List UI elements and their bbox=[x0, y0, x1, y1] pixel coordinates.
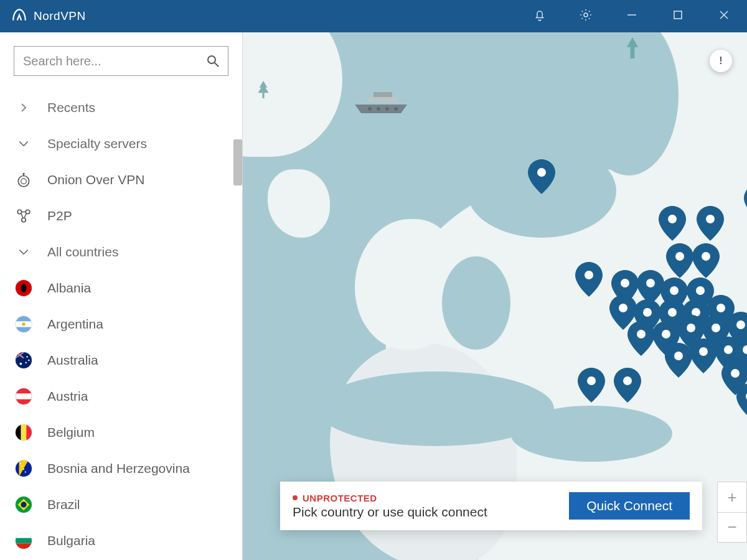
window-maximize-button[interactable] bbox=[655, 0, 701, 32]
svg-point-71 bbox=[699, 347, 708, 356]
flag-icon-br bbox=[15, 496, 32, 513]
svg-point-43 bbox=[394, 107, 398, 111]
svg-point-46 bbox=[706, 215, 715, 223]
app-title: NordVPN bbox=[34, 9, 86, 23]
map-info-button[interactable]: ! bbox=[710, 50, 732, 72]
svg-rect-23 bbox=[16, 393, 32, 399]
bell-icon bbox=[533, 8, 547, 24]
section-all-countries[interactable]: All countries bbox=[0, 234, 242, 270]
country-item-australia[interactable]: Australia bbox=[0, 342, 242, 378]
svg-point-19 bbox=[28, 360, 29, 361]
map-pin[interactable] bbox=[692, 243, 720, 278]
search-icon bbox=[205, 54, 220, 68]
svg-point-55 bbox=[670, 286, 679, 295]
svg-point-28 bbox=[19, 463, 21, 464]
p2p-icon bbox=[15, 207, 32, 225]
nordvpn-logo-icon bbox=[11, 7, 27, 26]
map-pin[interactable] bbox=[528, 159, 555, 194]
svg-point-29 bbox=[21, 465, 22, 467]
svg-point-40 bbox=[368, 107, 372, 111]
country-item-bulgaria[interactable]: Bulgaria bbox=[0, 523, 242, 559]
country-item-belgium[interactable]: Belgium bbox=[0, 414, 242, 450]
section-specialty[interactable]: Specialty servers bbox=[0, 126, 242, 162]
map-pin[interactable] bbox=[614, 368, 641, 403]
search-box[interactable] bbox=[14, 46, 228, 76]
country-item-argentina[interactable]: Argentina bbox=[0, 306, 242, 342]
tree-icon bbox=[256, 81, 270, 100]
app-logo-group: NordVPN bbox=[11, 7, 86, 26]
country-item-bosnia[interactable]: Bosnia and Herzegovina bbox=[0, 450, 242, 487]
status-subtext: Pick country or use quick connect bbox=[293, 505, 557, 520]
map-pin[interactable] bbox=[736, 383, 747, 418]
svg-rect-26 bbox=[26, 424, 32, 441]
notifications-button[interactable] bbox=[517, 0, 563, 32]
settings-button[interactable] bbox=[563, 0, 609, 32]
quick-connect-button[interactable]: Quick Connect bbox=[569, 492, 690, 520]
svg-point-30 bbox=[23, 469, 24, 470]
flag-icon-ba bbox=[15, 460, 32, 477]
specialty-item-onion[interactable]: Onion Over VPN bbox=[0, 162, 242, 198]
map-pin[interactable] bbox=[627, 321, 655, 356]
country-label: Australia bbox=[47, 353, 98, 368]
section-recents[interactable]: Recents bbox=[0, 90, 242, 126]
svg-rect-35 bbox=[16, 538, 32, 544]
section-label: Recents bbox=[47, 100, 95, 115]
landmass bbox=[268, 169, 330, 238]
flag-icon-ar bbox=[15, 315, 32, 333]
item-label: P2P bbox=[47, 208, 72, 223]
country-item-albania[interactable]: Albania bbox=[0, 270, 242, 306]
svg-rect-2 bbox=[674, 11, 682, 19]
window-minimize-button[interactable] bbox=[609, 0, 655, 32]
map-pin[interactable] bbox=[697, 206, 724, 241]
country-label: Belgium bbox=[47, 425, 95, 440]
svg-point-5 bbox=[208, 56, 215, 63]
chevron-right-icon bbox=[15, 99, 32, 116]
sidebar-list: Recents Specialty servers Onion Over VPN… bbox=[0, 90, 242, 560]
svg-point-66 bbox=[736, 320, 745, 329]
svg-rect-34 bbox=[16, 533, 32, 538]
status-dot-icon bbox=[293, 495, 298, 500]
specialty-item-p2p[interactable]: P2P bbox=[0, 198, 242, 234]
info-icon: ! bbox=[719, 55, 722, 67]
map-pin[interactable] bbox=[578, 368, 605, 403]
map-pin[interactable] bbox=[575, 262, 603, 297]
map-pin[interactable] bbox=[665, 343, 692, 378]
map-pin[interactable] bbox=[690, 338, 717, 373]
country-label: Austria bbox=[47, 389, 88, 404]
country-item-brazil[interactable]: Brazil bbox=[0, 487, 242, 523]
svg-point-41 bbox=[377, 107, 380, 111]
status-label: UNPROTECTED bbox=[303, 493, 377, 503]
map-pin[interactable] bbox=[744, 185, 747, 220]
zoom-out-button[interactable]: − bbox=[718, 512, 746, 542]
zoom-in-button[interactable]: + bbox=[718, 482, 746, 512]
svg-point-57 bbox=[619, 304, 627, 312]
sidebar-scrollbar[interactable] bbox=[233, 139, 242, 185]
svg-rect-38 bbox=[374, 92, 392, 97]
svg-point-7 bbox=[18, 176, 29, 187]
svg-point-72 bbox=[724, 345, 733, 354]
flag-icon-au bbox=[15, 352, 32, 369]
status-card: UNPROTECTED Pick country or use quick co… bbox=[280, 482, 702, 530]
svg-point-65 bbox=[712, 324, 720, 332]
svg-point-63 bbox=[662, 330, 670, 338]
svg-point-53 bbox=[621, 279, 629, 287]
svg-point-56 bbox=[696, 286, 705, 295]
map-pin[interactable] bbox=[659, 206, 686, 241]
svg-point-75 bbox=[731, 369, 740, 378]
svg-point-20 bbox=[26, 362, 27, 363]
country-item-austria[interactable]: Austria bbox=[0, 378, 242, 414]
map-pin[interactable] bbox=[666, 243, 693, 278]
svg-point-78 bbox=[623, 376, 632, 385]
search-input[interactable] bbox=[23, 54, 205, 68]
svg-point-42 bbox=[385, 107, 389, 111]
gear-icon bbox=[578, 7, 593, 25]
window-close-button[interactable] bbox=[701, 0, 747, 32]
chevron-down-icon bbox=[15, 243, 32, 261]
svg-point-70 bbox=[674, 352, 683, 360]
map-panel[interactable]: ! UNPROTECTED Pick country or use quick … bbox=[243, 32, 747, 560]
svg-point-0 bbox=[584, 13, 588, 17]
svg-point-58 bbox=[643, 308, 652, 317]
svg-point-51 bbox=[702, 252, 710, 261]
main: Recents Specialty servers Onion Over VPN… bbox=[0, 32, 747, 560]
svg-point-21 bbox=[20, 363, 22, 365]
